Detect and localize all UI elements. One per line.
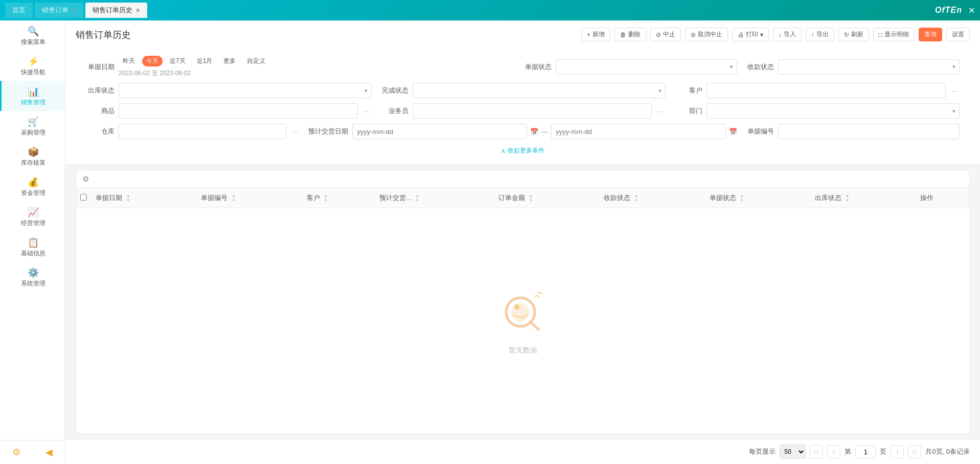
tab-sales-order-history[interactable]: 销售订单历史 ✕ xyxy=(85,3,147,18)
warehouse-input[interactable] xyxy=(119,124,286,139)
delivery-status-select[interactable] xyxy=(119,83,372,98)
page-number-input[interactable] xyxy=(855,445,876,458)
sidebar: 🔍 搜索菜单 ⚡ 快捷导航 📊 销售管理 🛒 采购管理 📦 库存核算 💰 资金管… xyxy=(0,20,65,464)
th-customer[interactable]: 客户 ▲▼ xyxy=(303,188,375,208)
filter-row-4: 仓库 ··· 预计交货日期 📅 — 📅 xyxy=(86,124,960,139)
brand-label: OfTEn xyxy=(935,6,962,15)
warehouse-label: 仓库 xyxy=(86,127,115,136)
date-range-separator: — xyxy=(541,128,548,136)
date-today[interactable]: 今天 xyxy=(142,56,163,67)
system-mgmt-icon: ⚙️ xyxy=(28,268,39,277)
tab-sales-order[interactable]: 销售订单 ✕ xyxy=(35,3,83,18)
table-toolbar: ⚙ xyxy=(76,170,969,188)
table-settings-icon[interactable]: ⚙ xyxy=(82,174,89,184)
order-status-label: 单据状态 xyxy=(523,62,552,72)
settings-button[interactable]: 设置 xyxy=(946,28,970,41)
top-bar: 销售订单历史 首页 销售订单 ✕ 销售订单历史 ✕ OfTEn ✕ xyxy=(0,0,980,20)
salesperson-input[interactable] xyxy=(413,103,652,119)
new-button[interactable]: + 新增 xyxy=(581,28,610,41)
window-close-icon[interactable]: ✕ xyxy=(968,6,975,15)
th-order-status[interactable]: 单据状态 ▲▼ xyxy=(705,188,811,208)
tab-sales-order-close[interactable]: ✕ xyxy=(72,8,76,13)
customer-input[interactable] xyxy=(706,83,946,98)
svg-point-1 xyxy=(511,303,530,321)
filter-delivery-status: 出库状态 ▾ xyxy=(86,83,372,98)
salesperson-more-icon[interactable]: ··· xyxy=(656,107,666,115)
import-button[interactable]: ↓ 导入 xyxy=(773,28,802,41)
date-more[interactable]: 更多 xyxy=(219,56,240,67)
delivery-date-end-input[interactable] xyxy=(551,124,726,139)
tab-sales-order-history-close[interactable]: ✕ xyxy=(135,8,140,13)
collapse-filters-row[interactable]: ∧ 收起更多条件 xyxy=(86,144,960,159)
sidebar-item-purchase-mgmt[interactable]: 🛒 采购管理 xyxy=(0,111,65,141)
tab-home[interactable]: 销售订单历史 首页 xyxy=(5,3,33,18)
order-no-label: 单据编号 xyxy=(745,127,774,136)
th-payment-status[interactable]: 收款状态 ▲▼ xyxy=(600,188,705,208)
print-button[interactable]: 🖨 打印 ▾ xyxy=(732,28,769,41)
salesperson-label: 业务员 xyxy=(380,106,408,116)
stop-button[interactable]: ⊘ 中止 xyxy=(650,28,681,41)
print-icon: 🖨 xyxy=(738,31,744,38)
product-input[interactable] xyxy=(119,103,358,119)
delivery-date-start-input[interactable] xyxy=(352,124,527,139)
calendar-end-icon[interactable]: 📅 xyxy=(729,128,737,136)
sidebar-item-basic-info[interactable]: 📋 基础信息 xyxy=(0,232,65,262)
complete-status-select[interactable] xyxy=(413,83,666,98)
export-button[interactable]: ↑ 导出 xyxy=(806,28,834,41)
delivery-status-label: 出库状态 xyxy=(86,86,115,95)
show-detail-button[interactable]: □ 显示明细 xyxy=(873,28,915,41)
th-date[interactable]: 单据日期 ▲▼ xyxy=(92,188,197,208)
query-button[interactable]: 查询 xyxy=(919,28,942,41)
customer-more-icon[interactable]: ··· xyxy=(950,87,960,95)
customer-sort-icon: ▲▼ xyxy=(324,194,328,203)
checkbox-icon: □ xyxy=(879,31,882,38)
collapse-sidebar-icon[interactable]: ◀ xyxy=(45,447,53,458)
last-page-button[interactable]: ⟩⟩ xyxy=(908,445,921,458)
stop-icon: ⊘ xyxy=(656,31,661,38)
settings-bottom-icon[interactable]: ⚙ xyxy=(12,447,20,458)
cancel-stop-button[interactable]: ⊘ 取消中止 xyxy=(685,28,728,41)
sidebar-item-search-menu[interactable]: 🔍 搜索菜单 xyxy=(0,20,65,51)
calendar-start-icon[interactable]: 📅 xyxy=(530,128,538,136)
delete-button[interactable]: 🗑 删除 xyxy=(614,28,646,41)
sidebar-item-sales-mgmt[interactable]: 📊 销售管理 xyxy=(0,81,65,111)
product-more-icon[interactable]: ··· xyxy=(362,107,372,115)
refresh-button[interactable]: ↻ 刷新 xyxy=(838,28,869,41)
sidebar-item-finance[interactable]: 💰 资金管理 xyxy=(0,171,65,202)
th-delivery-date[interactable]: 预计交货... ▲▼ xyxy=(375,188,494,208)
sidebar-item-quick-nav[interactable]: ⚡ 快捷导航 xyxy=(0,51,65,81)
order-no-input[interactable] xyxy=(778,124,960,139)
sidebar-item-inventory[interactable]: 📦 库存核算 xyxy=(0,141,65,171)
prev-page-button[interactable]: ⟨ xyxy=(827,445,840,458)
page-size-label: 每页显示 xyxy=(749,447,776,456)
product-label: 商品 xyxy=(86,106,115,116)
page-size-select[interactable]: 10 20 50 100 xyxy=(780,445,806,459)
svg-point-3 xyxy=(514,304,519,310)
warehouse-more-icon[interactable]: ··· xyxy=(290,128,300,136)
first-page-button[interactable]: ⟨⟨ xyxy=(810,445,823,458)
filter-salesperson: 业务员 ··· xyxy=(380,103,666,119)
th-delivery-status[interactable]: 出库状态 ▲▼ xyxy=(811,188,916,208)
next-page-button[interactable]: ⟩ xyxy=(891,445,904,458)
filter-row-2: 出库状态 ▾ 完成状态 xyxy=(86,83,960,98)
filter-complete-status: 完成状态 ▾ xyxy=(380,83,666,98)
sidebar-item-operation[interactable]: 📈 经营管理 xyxy=(0,202,65,232)
table-area: ⚙ 单据日期 ▲▼ 单据 xyxy=(76,170,970,434)
payment-status-select[interactable] xyxy=(778,59,960,75)
date-custom[interactable]: 自定义 xyxy=(243,56,269,67)
date-1month[interactable]: 近1月 xyxy=(193,56,217,67)
purchase-mgmt-icon: 🛒 xyxy=(28,117,39,126)
payment-status-label: 收款状态 xyxy=(745,62,774,72)
th-amount[interactable]: 订单金额 ▲▼ xyxy=(494,188,600,208)
department-select[interactable] xyxy=(706,103,960,119)
amount-sort-icon: ▲▼ xyxy=(529,194,533,203)
th-order-no[interactable]: 单据编号 ▲▼ xyxy=(197,188,302,208)
select-all-checkbox[interactable] xyxy=(80,194,87,201)
date-yesterday[interactable]: 昨天 xyxy=(119,56,139,67)
delivery-date-label: 预计交货日期 xyxy=(308,127,348,136)
customer-label: 客户 xyxy=(674,86,702,95)
sidebar-item-system-mgmt[interactable]: ⚙️ 系统管理 xyxy=(0,262,65,292)
order-status-select[interactable] xyxy=(556,59,737,75)
filter-warehouse: 仓库 ··· xyxy=(86,124,300,139)
date-7days[interactable]: 近7天 xyxy=(166,56,190,67)
